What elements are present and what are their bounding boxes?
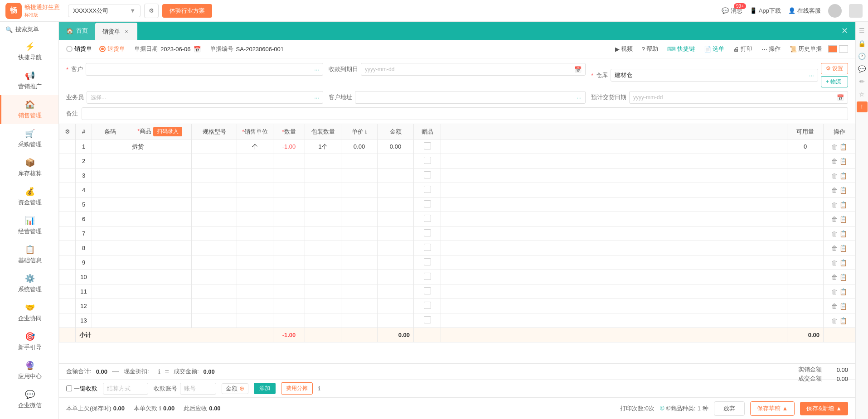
toolbar-shortcut-btn[interactable]: ⌨ 快捷键 <box>664 43 698 54</box>
table-area: ⚙ # 条码 *商品 扫码录入 规格型号 *销售单位 *数量 包装数量 单价 ℹ… <box>59 124 855 363</box>
copy-row-icon[interactable]: 📋 <box>839 288 847 295</box>
discard-btn[interactable]: 放弃 <box>714 401 745 416</box>
delete-row-icon[interactable]: 🗑 <box>831 274 838 281</box>
delete-row-icon[interactable]: 🗑 <box>831 317 838 324</box>
copy-row-icon[interactable]: 📋 <box>839 201 847 208</box>
toolbar-history-btn[interactable]: 📜 历史单据 <box>787 43 824 54</box>
radio-sales-order[interactable]: 销货单 <box>66 45 92 53</box>
th-settings[interactable]: ⚙ <box>59 124 76 140</box>
warehouse-input[interactable]: 建材仓 ··· <box>611 69 818 82</box>
copy-row-icon[interactable]: 📋 <box>839 187 847 194</box>
toolbar-video-btn[interactable]: ▶ 视频 <box>612 43 635 54</box>
right-action-star-icon[interactable]: ☆ <box>857 89 868 100</box>
sales-icon: 🏠 <box>25 100 35 110</box>
copy-row-icon[interactable]: 📋 <box>839 245 847 252</box>
settings-icon[interactable]: ⚙ <box>144 4 159 18</box>
payment-calendar-icon[interactable]: 📅 <box>574 66 582 73</box>
sidebar-item-marketing[interactable]: 📢 营销推广 <box>0 66 58 95</box>
one-click-pay-checkbox[interactable] <box>66 385 72 391</box>
close-window-icon[interactable]: ✕ <box>841 26 848 36</box>
delete-row-icon[interactable]: 🗑 <box>831 158 838 165</box>
notes-input[interactable] <box>82 107 848 120</box>
expense-split-btn[interactable]: 费用分摊 <box>281 382 313 395</box>
copy-row-icon[interactable]: 📋 <box>839 259 847 266</box>
sidebar-item-purchase[interactable]: 🛒 采购管理 <box>0 124 58 153</box>
sidebar-item-inventory[interactable]: 📦 库存核算 <box>0 153 58 182</box>
right-action-alert-icon[interactable]: ! <box>857 101 868 112</box>
toolbar-select-btn[interactable]: 📄 选单 <box>701 43 727 54</box>
sidebar-item-finance[interactable]: 💰 资金管理 <box>0 182 58 211</box>
price-info-icon[interactable]: ℹ <box>365 129 367 135</box>
radio-return-order[interactable]: 退货单 <box>99 45 125 53</box>
company-selector[interactable]: XXXXXX公司 ▼ <box>68 5 141 17</box>
avatar[interactable] <box>828 4 842 18</box>
delete-row-icon[interactable]: 🗑 <box>831 259 838 266</box>
delete-row-icon[interactable]: 🗑 <box>831 201 838 208</box>
draft-btn[interactable]: 保存草稿 ▲ <box>750 401 795 416</box>
delivery-date-input[interactable]: yyyy-mm-dd 📅 <box>629 91 848 104</box>
delete-row-icon[interactable]: 🗑 <box>831 216 838 223</box>
payment-account-input[interactable]: 账号 <box>180 383 216 395</box>
logistics-action-btn[interactable]: + 物流 <box>821 76 848 87</box>
scan-btn[interactable]: 扫码录入 <box>153 127 182 136</box>
delete-row-icon[interactable]: 🗑 <box>831 187 838 194</box>
copy-row-icon[interactable]: 📋 <box>839 216 847 223</box>
copy-row-icon[interactable]: 📋 <box>839 274 847 281</box>
add-payment-btn[interactable]: 添加 <box>254 383 276 394</box>
app-download-btn[interactable]: 📱 App下载 <box>750 7 781 15</box>
date-calendar-icon[interactable]: 📅 <box>194 46 201 53</box>
delete-row-icon[interactable]: 🗑 <box>831 288 838 295</box>
payment-due-input[interactable]: yyyy-mm-dd 📅 <box>361 63 586 76</box>
customer-input[interactable]: ··· <box>86 63 323 76</box>
save-new-btn[interactable]: 保存&新增 ▲ <box>800 402 848 415</box>
online-service-btn[interactable]: 👤 在线客服 <box>788 7 821 15</box>
right-action-lock-icon[interactable]: 🔒 <box>857 38 868 49</box>
message-btn[interactable]: 💬 消息 99+ <box>722 7 742 15</box>
delete-row-icon[interactable]: 🗑 <box>831 303 838 310</box>
delete-row-icon[interactable]: 🗑 <box>831 172 838 179</box>
sidebar-item-appcenter[interactable]: 🔮 应用中心 <box>0 356 58 385</box>
delivery-calendar-icon[interactable]: 📅 <box>837 94 844 101</box>
sidebar-item-quick-nav[interactable]: ⚡ 快捷导航 <box>0 37 58 66</box>
copy-row-icon[interactable]: 📋 <box>839 143 847 150</box>
settings-action-btn[interactable]: ⚙ 设置 <box>821 63 848 74</box>
user-menu-icon[interactable] <box>849 4 863 18</box>
expense-info-icon[interactable]: ℹ <box>318 385 320 392</box>
sidebar-item-operations[interactable]: 📊 经营管理 <box>0 211 58 240</box>
payment-method-select[interactable]: 结算方式 <box>103 383 148 395</box>
delete-row-icon[interactable]: 🗑 <box>831 230 838 237</box>
sidebar-item-beginner[interactable]: 🎯 新手引导 <box>0 327 58 356</box>
salesman-input[interactable]: 选择... ··· <box>87 91 323 104</box>
grid-view-icon[interactable] <box>839 45 848 53</box>
right-action-chat-icon[interactable]: 💬 <box>857 63 868 74</box>
tab-sales-order[interactable]: 销货单 × <box>95 23 137 41</box>
copy-row-icon[interactable]: 📋 <box>839 158 847 165</box>
tab-home[interactable]: 🏠 首页 <box>59 22 95 40</box>
sidebar-item-member[interactable]: 👑 畅会员 <box>0 414 58 419</box>
discount-info-icon[interactable]: ℹ <box>158 368 160 375</box>
sidebar-item-basic-info[interactable]: 📋 基础信息 <box>0 240 58 269</box>
owed-info-icon[interactable]: ℹ <box>159 405 161 412</box>
sidebar-item-system[interactable]: ⚙️ 系统管理 <box>0 269 58 298</box>
list-view-icon[interactable] <box>828 45 837 53</box>
add-amount-btn[interactable]: ⊕ <box>239 385 244 392</box>
toolbar-print-btn[interactable]: 🖨 打印 <box>731 43 755 54</box>
toolbar-action-btn[interactable]: ⋯ 操作 <box>759 43 783 54</box>
customer-addr-input[interactable]: ··· <box>355 91 586 104</box>
copy-row-icon[interactable]: 📋 <box>839 303 847 310</box>
copy-row-icon[interactable]: 📋 <box>839 317 847 324</box>
trial-button[interactable]: 体验行业方案 <box>162 4 212 18</box>
delete-row-icon[interactable]: 🗑 <box>831 143 838 150</box>
sidebar-item-sales[interactable]: 🏠 销售管理 <box>0 95 58 124</box>
copy-row-icon[interactable]: 📋 <box>839 172 847 179</box>
delete-row-icon[interactable]: 🗑 <box>831 245 838 252</box>
sidebar-item-enterprise-collab[interactable]: 🤝 企业协同 <box>0 298 58 327</box>
copy-row-icon[interactable]: 📋 <box>839 230 847 237</box>
sidebar-item-search-order[interactable]: 🔍 搜索菜单 <box>0 22 58 37</box>
tab-close-icon[interactable]: × <box>123 28 130 35</box>
sidebar-item-enterprise-wechat[interactable]: 💬 企业微信 <box>0 385 58 414</box>
toolbar-help-btn[interactable]: ? 帮助 <box>639 43 661 54</box>
right-action-edit-icon[interactable]: ✏ <box>857 76 868 87</box>
right-action-menu-icon[interactable]: ☰ <box>857 25 868 36</box>
right-action-clock-icon[interactable]: 🕐 <box>857 51 868 62</box>
